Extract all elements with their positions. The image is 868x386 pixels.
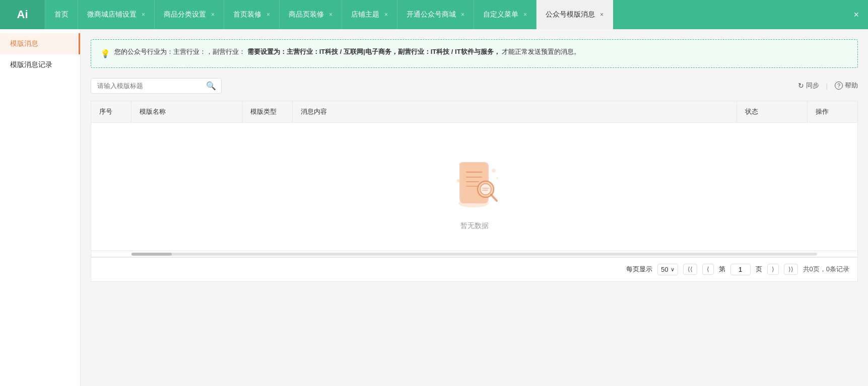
tab-product-category[interactable]: 商品分类设置 × [155, 0, 224, 29]
sidebar-item-template-record-label: 模版消息记录 [10, 60, 52, 68]
tab-home-label: 首页 [54, 10, 69, 19]
tab-micro-shop-label: 微商城店铺设置 [87, 10, 137, 19]
page-prefix-label: 第 [719, 265, 725, 274]
page-last-button[interactable]: ⟩⟩ [784, 264, 798, 275]
search-input-wrap: 🔍 [91, 78, 222, 94]
help-label: 帮助 [845, 81, 858, 90]
tab-product-category-close[interactable]: × [211, 11, 215, 18]
scrollbar-thumb[interactable] [131, 253, 172, 256]
tab-template-msg-close[interactable]: × [600, 11, 604, 18]
page-size-label: 每页显示 [626, 265, 652, 274]
tab-template-msg[interactable]: 公众号模版消息 × [537, 0, 613, 29]
tab-product-decor-label: 商品页装修 [289, 10, 324, 19]
search-input[interactable] [91, 79, 201, 93]
tab-product-category-label: 商品分类设置 [164, 10, 206, 19]
tab-custom-menu[interactable]: 自定义菜单 × [474, 0, 537, 29]
svg-line-7 [491, 195, 497, 201]
tab-template-msg-label: 公众号模版消息 [546, 10, 595, 19]
empty-illustration [444, 153, 505, 213]
notice-box: 💡 您的公众号行业为：主营行业：，副营行业： 需要设置为：主营行业：IT科技 /… [91, 39, 858, 68]
tab-open-mall-label: 开通公众号商城 [407, 10, 456, 19]
col-actions: 操作 [808, 101, 858, 122]
empty-text: 暂无数据 [460, 221, 489, 230]
col-status: 状态 [737, 101, 808, 122]
logo-tab: Ai [0, 0, 45, 29]
tab-home-decor[interactable]: 首页装修 × [224, 0, 280, 29]
tab-product-decor[interactable]: 商品页装修 × [280, 0, 342, 29]
sidebar-item-template-record[interactable]: 模版消息记录 [0, 54, 80, 75]
tab-micro-shop-close[interactable]: × [142, 11, 145, 18]
page-first-button[interactable]: ⟨⟨ [683, 264, 697, 275]
scrollbar-track [131, 253, 817, 256]
sync-label: 同步 [806, 81, 819, 90]
main-layout: 模版消息 模版消息记录 💡 您的公众号行业为：主营行业：，副营行业： 需要设置为… [0, 29, 868, 386]
tab-open-mall[interactable]: 开通公众号商城 × [397, 0, 474, 29]
toolbar-right: ↻ 同步 | ? 帮助 [798, 81, 858, 90]
notice-highlight: 需要设置为：主营行业：IT科技 / 互联网|电子商务，副营行业：IT科技 / I… [247, 48, 500, 55]
col-type: 模版类型 [242, 101, 293, 122]
page-size-chevron: ∨ [671, 266, 675, 273]
page-prev-button[interactable]: ⟨ [702, 264, 714, 275]
help-button[interactable]: ? 帮助 [835, 81, 858, 90]
sidebar-item-template-message[interactable]: 模版消息 [0, 33, 80, 54]
total-text: 共0页，0条记录 [803, 265, 849, 274]
sidebar: 模版消息 模版消息记录 [0, 29, 81, 386]
tab-shop-theme-close[interactable]: × [384, 11, 388, 18]
tab-home-decor-close[interactable]: × [266, 11, 270, 18]
tab-home-decor-label: 首页装修 [233, 10, 261, 19]
notice-text: 您的公众号行业为：主营行业：，副营行业： 需要设置为：主营行业：IT科技 / 互… [114, 47, 580, 57]
pagination-bar: 每页显示 50 ∨ ⟨⟨ ⟨ 第 页 ⟩ ⟩⟩ 共0页，0条记录 [91, 257, 858, 282]
tab-bar-global-close[interactable]: × [844, 0, 868, 29]
search-icon: 🔍 [206, 82, 216, 90]
tab-custom-menu-label: 自定义菜单 [483, 10, 518, 19]
empty-row: 暂无数据 [91, 122, 858, 251]
col-seq: 序号 [91, 101, 131, 122]
tab-open-mall-close[interactable]: × [461, 11, 464, 18]
page-next-button[interactable]: ⟩ [767, 264, 779, 275]
page-suffix-label: 页 [756, 265, 762, 274]
help-icon: ? [835, 82, 843, 90]
notice-suffix: 才能正常发送预置的消息。 [502, 48, 580, 55]
toolbar-divider: | [826, 82, 828, 90]
tab-bar: Ai 首页 微商城店铺设置 × 商品分类设置 × 首页装修 × 商品页装修 × … [0, 0, 868, 29]
notice-prefix: 您的公众号行业为：主营行业：，副营行业： [114, 48, 245, 55]
table-body: 暂无数据 [91, 122, 858, 251]
data-table: 序号 模版名称 模版类型 消息内容 状态 操作 [91, 101, 858, 251]
tab-micro-shop[interactable]: 微商城店铺设置 × [78, 0, 155, 29]
tab-shop-theme-label: 店铺主题 [351, 10, 379, 19]
svg-point-12 [496, 177, 498, 179]
logo-text: Ai [17, 8, 28, 21]
sync-button[interactable]: ↻ 同步 [798, 81, 819, 90]
page-size-select[interactable]: 50 ∨ [657, 264, 678, 275]
sidebar-item-template-message-label: 模版消息 [10, 39, 38, 47]
content-area: 💡 您的公众号行业为：主营行业：，副营行业： 需要设置为：主营行业：IT科技 /… [81, 29, 868, 386]
tab-custom-menu-close[interactable]: × [523, 11, 527, 18]
svg-point-6 [480, 184, 491, 195]
empty-state: 暂无数据 [91, 123, 857, 251]
search-row: 🔍 ↻ 同步 | ? 帮助 [91, 78, 858, 94]
table-header-row: 序号 模版名称 模版类型 消息内容 状态 操作 [91, 101, 858, 122]
sync-icon: ↻ [798, 82, 804, 90]
col-name: 模版名称 [131, 101, 242, 122]
tab-home[interactable]: 首页 [45, 0, 78, 29]
scrollbar-area[interactable] [91, 251, 858, 257]
col-content: 消息内容 [293, 101, 737, 122]
svg-point-11 [492, 169, 496, 173]
page-number-input[interactable] [730, 264, 751, 275]
notice-icon: 💡 [100, 47, 110, 60]
tab-product-decor-close[interactable]: × [329, 11, 332, 18]
tab-shop-theme[interactable]: 店铺主题 × [342, 0, 397, 29]
svg-point-10 [457, 179, 460, 182]
search-button[interactable]: 🔍 [201, 81, 221, 91]
page-size-value: 50 [661, 266, 668, 273]
